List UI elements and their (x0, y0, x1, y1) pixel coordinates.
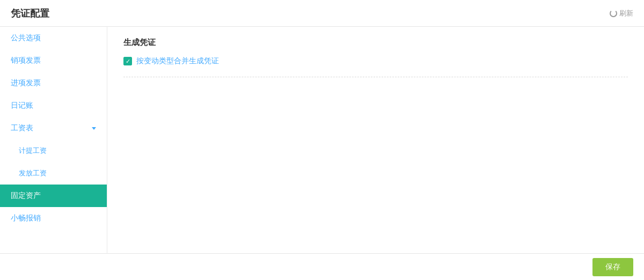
sidebar-item-label: 工资表 (11, 123, 33, 133)
section-divider (123, 77, 628, 77)
refresh-label: 刷新 (619, 9, 633, 18)
page-wrapper: 凭证配置 刷新 公共选项销项发票进项发票日记账工资表计提工资发放工资固定资产小畅… (0, 0, 644, 280)
sidebar-item-label: 固定资产 (11, 191, 41, 201)
save-button[interactable]: 保存 (592, 258, 633, 276)
sidebar: 公共选项销项发票进项发票日记账工资表计提工资发放工资固定资产小畅报销 (0, 27, 107, 253)
sidebar-item-label: 小畅报销 (11, 213, 41, 223)
page-title: 凭证配置 (11, 7, 49, 20)
sidebar-item-journal[interactable]: 日记账 (0, 94, 107, 117)
footer: 保存 (0, 253, 644, 280)
sidebar-item-label: 公共选项 (11, 33, 41, 43)
refresh-icon (610, 10, 617, 17)
sidebar-item-label: 销项发票 (11, 56, 41, 65)
chevron-down-icon (92, 127, 96, 130)
sidebar-item-public-options[interactable]: 公共选项 (0, 27, 107, 49)
body: 公共选项销项发票进项发票日记账工资表计提工资发放工资固定资产小畅报销 生成凭证 … (0, 27, 644, 253)
sidebar-item-purchase-invoice[interactable]: 进项发票 (0, 72, 107, 94)
sidebar-item-fixed-assets[interactable]: 固定资产 (0, 185, 107, 207)
sidebar-item-label: 发放工资 (19, 168, 47, 178)
refresh-button[interactable]: 刷新 (610, 9, 633, 18)
section-title: 生成凭证 (123, 38, 628, 48)
sidebar-item-label: 日记账 (11, 101, 33, 110)
sidebar-item-label: 进项发票 (11, 78, 41, 88)
sidebar-item-expense-report[interactable]: 小畅报销 (0, 207, 107, 230)
sidebar-item-label: 计提工资 (19, 146, 47, 156)
sidebar-item-sales-invoice[interactable]: 销项发票 (0, 49, 107, 72)
merge-checkbox-label: 按变动类型合并生成凭证 (136, 56, 219, 66)
merge-checkbox[interactable] (123, 57, 132, 65)
header: 凭证配置 刷新 (0, 0, 644, 27)
main-content: 生成凭证 按变动类型合并生成凭证 (107, 27, 644, 253)
sidebar-item-payroll-calc[interactable]: 计提工资 (0, 139, 107, 162)
merge-checkbox-row[interactable]: 按变动类型合并生成凭证 (123, 56, 628, 66)
sidebar-item-payroll-pay[interactable]: 发放工资 (0, 162, 107, 185)
sidebar-item-payroll-table[interactable]: 工资表 (0, 117, 107, 139)
